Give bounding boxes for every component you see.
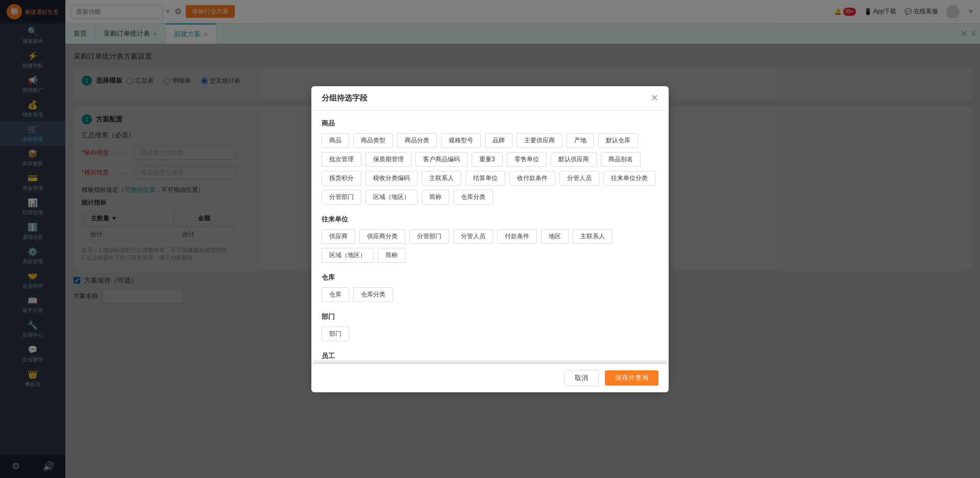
field-chip-1-0[interactable]: 供应商 <box>322 229 355 244</box>
field-chip-0-17[interactable]: 主联系人 <box>422 171 461 186</box>
field-chip-1-5[interactable]: 地区 <box>541 229 569 244</box>
horizontal-scrollbar[interactable] <box>311 360 669 363</box>
section-title-3: 部门 <box>322 312 658 321</box>
field-chip-0-8[interactable]: 批次管理 <box>322 152 361 167</box>
field-chip-0-1[interactable]: 商品类型 <box>353 133 393 148</box>
field-chip-0-9[interactable]: 保质期管理 <box>365 152 411 167</box>
field-chip-0-19[interactable]: 收付款条件 <box>509 171 555 186</box>
field-chip-0-18[interactable]: 结算单位 <box>465 171 505 186</box>
field-chip-0-23[interactable]: 区域（地区） <box>365 190 418 205</box>
modal-footer: 取消 保存并查询 <box>311 364 669 392</box>
field-section-4: 员工业务员 <box>322 351 658 361</box>
field-chip-2-0[interactable]: 仓库 <box>322 287 349 302</box>
field-chip-0-10[interactable]: 客户商品编码 <box>415 152 468 167</box>
field-chip-2-1[interactable]: 仓库分类 <box>353 287 393 302</box>
modal-body[interactable]: 商品商品商品类型商品分类规格型号品牌主要供应商产地默认仓库批次管理保质期管理客户… <box>311 111 669 361</box>
field-chip-0-24[interactable]: 简称 <box>422 190 449 205</box>
field-chip-0-11[interactable]: 重量3 <box>472 152 503 167</box>
confirm-button[interactable]: 保存并查询 <box>605 370 658 386</box>
field-chip-0-13[interactable]: 默认供应商 <box>551 152 597 167</box>
field-chip-0-5[interactable]: 主要供应商 <box>517 133 562 148</box>
field-chip-0-4[interactable]: 品牌 <box>485 133 512 148</box>
field-chip-0-7[interactable]: 默认仓库 <box>598 133 638 148</box>
section-title-2: 仓库 <box>322 273 658 282</box>
cancel-button[interactable]: 取消 <box>564 370 599 386</box>
field-chip-1-6[interactable]: 主联系人 <box>573 229 612 244</box>
field-chip-1-2[interactable]: 分管部门 <box>409 229 449 244</box>
field-section-0: 商品商品商品类型商品分类规格型号品牌主要供应商产地默认仓库批次管理保质期管理客户… <box>322 119 658 205</box>
modal-dialog: 分组待选字段 ✕ 商品商品商品类型商品分类规格型号品牌主要供应商产地默认仓库批次… <box>311 86 669 392</box>
field-chip-1-8[interactable]: 简称 <box>378 248 405 263</box>
field-chip-0-16[interactable]: 税收分类编码 <box>365 171 418 186</box>
modal-close-button[interactable]: ✕ <box>651 92 658 104</box>
field-chip-3-0[interactable]: 部门 <box>322 326 349 341</box>
field-chip-0-3[interactable]: 规格型号 <box>441 133 481 148</box>
field-chip-0-21[interactable]: 往来单位分类 <box>603 171 655 186</box>
section-title-0: 商品 <box>322 119 658 128</box>
section-title-1: 往来单位 <box>322 215 658 224</box>
field-chip-0-15[interactable]: 拣货积分 <box>322 171 361 186</box>
field-chip-0-12[interactable]: 零售单位 <box>507 152 547 167</box>
field-chip-1-4[interactable]: 付款条件 <box>497 229 537 244</box>
field-chip-1-3[interactable]: 分管人员 <box>453 229 493 244</box>
field-chip-0-0[interactable]: 商品 <box>322 133 349 148</box>
field-chip-0-20[interactable]: 分管人员 <box>559 171 599 186</box>
field-chip-1-7[interactable]: 区域（地区） <box>322 248 374 263</box>
field-section-2: 仓库仓库仓库分类 <box>322 273 658 302</box>
modal-overlay: 分组待选字段 ✕ 商品商品商品类型商品分类规格型号品牌主要供应商产地默认仓库批次… <box>0 0 980 478</box>
modal-header: 分组待选字段 ✕ <box>311 86 669 111</box>
field-chip-1-1[interactable]: 供应商分类 <box>359 229 405 244</box>
field-section-3: 部门部门 <box>322 312 658 341</box>
field-chip-0-2[interactable]: 商品分类 <box>397 133 437 148</box>
field-chip-0-22[interactable]: 分管部门 <box>322 190 361 205</box>
field-chip-0-25[interactable]: 仓库分类 <box>453 190 493 205</box>
field-chip-0-14[interactable]: 商品别名 <box>601 152 641 167</box>
modal-title: 分组待选字段 <box>322 93 368 103</box>
field-section-1: 往来单位供应商供应商分类分管部门分管人员付款条件地区主联系人区域（地区）简称 <box>322 215 658 263</box>
field-chip-0-6[interactable]: 产地 <box>567 133 594 148</box>
section-title-4: 员工 <box>322 351 658 361</box>
